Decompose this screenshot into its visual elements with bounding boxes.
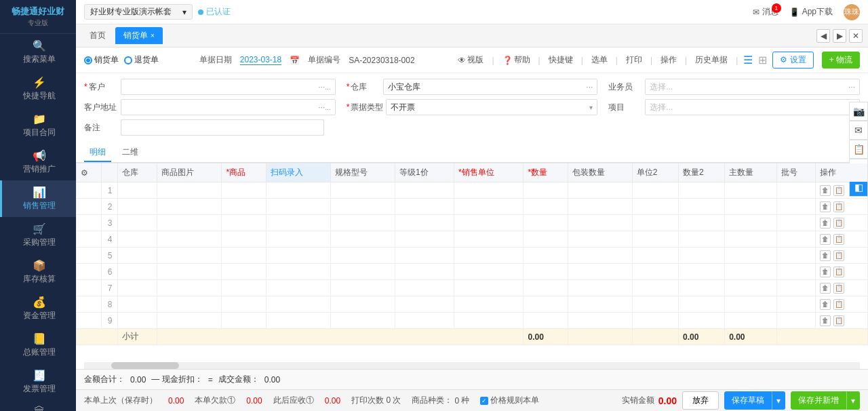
row-delete-btn[interactable]: 🗑 — [820, 185, 831, 196]
row-barcode[interactable] — [266, 313, 330, 329]
row-main-qty[interactable] — [725, 248, 777, 264]
row-delete-btn[interactable]: 🗑 — [820, 234, 831, 245]
row-main-qty[interactable] — [725, 199, 777, 215]
help-btn[interactable]: ❓ 帮助 — [500, 53, 533, 67]
row-pack-qty[interactable] — [568, 231, 632, 248]
row-qty2[interactable] — [678, 199, 724, 215]
row-unit2[interactable] — [632, 248, 678, 264]
row-product-img[interactable] — [157, 264, 222, 280]
row-qty[interactable] — [524, 248, 568, 264]
row-product-img[interactable] — [157, 199, 222, 215]
row-product[interactable] — [222, 199, 266, 215]
row-product[interactable] — [222, 264, 266, 280]
row-warehouse[interactable] — [118, 199, 157, 215]
row-delete-btn[interactable]: 🗑 — [820, 283, 831, 294]
row-main-qty[interactable] — [725, 280, 777, 296]
row-delete-btn[interactable]: 🗑 — [820, 201, 831, 212]
row-main-qty[interactable] — [725, 264, 777, 280]
sidebar-item-5[interactable]: 🛒采购管理 — [0, 217, 76, 254]
warehouse-input[interactable]: 小宝仓库 ··· — [383, 79, 598, 95]
row-qty2[interactable] — [678, 231, 724, 248]
right-tool-1[interactable]: 📷 — [849, 102, 868, 121]
row-spec[interactable] — [330, 199, 395, 215]
sidebar-item-10[interactable]: 🏛税务管理 — [0, 400, 76, 411]
row-unit[interactable] — [454, 296, 524, 313]
row-unit2[interactable] — [632, 199, 678, 215]
tab-erwei[interactable]: 二维 — [117, 144, 144, 162]
row-unit[interactable] — [454, 231, 524, 248]
row-unit2[interactable] — [632, 280, 678, 296]
calendar-icon[interactable]: 📅 — [290, 56, 300, 65]
row-qty[interactable] — [524, 182, 568, 199]
row-pack-qty[interactable] — [568, 296, 632, 313]
row-unit2[interactable] — [632, 215, 678, 231]
row-product-img[interactable] — [157, 231, 222, 248]
address-input[interactable]: ··· — [121, 99, 336, 115]
row-copy-btn[interactable]: 📋 — [833, 299, 844, 310]
row-delete-btn[interactable]: 🗑 — [820, 218, 831, 229]
row-delete-btn[interactable]: 🗑 — [820, 250, 831, 261]
tab-sale-order[interactable]: 销货单 × — [115, 27, 163, 44]
row-barcode[interactable] — [266, 296, 330, 313]
row-unit2[interactable] — [632, 182, 678, 199]
salesperson-input[interactable]: 选择... ··· — [645, 79, 860, 95]
row-warehouse[interactable] — [118, 264, 157, 280]
sidebar-item-9[interactable]: 🧾发票管理 — [0, 364, 76, 400]
row-product[interactable] — [222, 231, 266, 248]
row-pack-qty[interactable] — [568, 182, 632, 199]
row-warehouse[interactable] — [118, 215, 157, 231]
tab-home[interactable]: 首页 — [81, 27, 114, 44]
sidebar-item-2[interactable]: 📁项目合同 — [0, 107, 76, 144]
row-pack-qty[interactable] — [568, 264, 632, 280]
user-avatar[interactable]: 珠珠 — [844, 4, 860, 20]
history-btn[interactable]: 历史单据 — [692, 53, 730, 67]
row-product[interactable] — [222, 280, 266, 296]
row-copy-btn[interactable]: 📋 — [833, 267, 844, 277]
setup-button[interactable]: ⚙ 设置 — [772, 52, 813, 68]
row-warehouse[interactable] — [118, 182, 157, 199]
row-unit[interactable] — [454, 199, 524, 215]
row-spec[interactable] — [330, 313, 395, 329]
row-price1[interactable] — [395, 280, 454, 296]
save-new-arrow-btn[interactable]: ▾ — [846, 391, 860, 410]
row-qty2[interactable] — [678, 215, 724, 231]
row-product-img[interactable] — [157, 248, 222, 264]
row-price1[interactable] — [395, 199, 454, 215]
row-spec[interactable] — [330, 231, 395, 248]
row-main-qty[interactable] — [725, 215, 777, 231]
row-qty[interactable] — [524, 215, 568, 231]
row-copy-btn[interactable]: 📋 — [833, 185, 844, 196]
row-barcode[interactable] — [266, 231, 330, 248]
row-unit2[interactable] — [632, 231, 678, 248]
row-batch[interactable] — [776, 231, 816, 248]
row-price1[interactable] — [395, 313, 454, 329]
row-delete-btn[interactable]: 🗑 — [820, 267, 831, 277]
save-draft-arrow-btn[interactable]: ▾ — [772, 391, 785, 410]
row-barcode[interactable] — [266, 280, 330, 296]
row-main-qty[interactable] — [725, 182, 777, 199]
row-warehouse[interactable] — [118, 280, 157, 296]
row-pack-qty[interactable] — [568, 313, 632, 329]
row-unit[interactable] — [454, 215, 524, 231]
right-tool-2[interactable]: ✉ — [849, 121, 868, 140]
sidebar-item-0[interactable]: 🔍搜索菜单 — [0, 34, 76, 71]
print-btn[interactable]: 打印 — [623, 53, 645, 67]
row-main-qty[interactable] — [725, 231, 777, 248]
discard-button[interactable]: 放弃 — [682, 391, 719, 410]
date-value[interactable]: 2023-03-18 — [240, 55, 281, 65]
row-price1[interactable] — [395, 296, 454, 313]
row-batch[interactable] — [776, 248, 816, 264]
row-batch[interactable] — [776, 215, 816, 231]
tab-next-btn[interactable]: ▶ — [833, 29, 846, 43]
row-qty2[interactable] — [678, 182, 724, 199]
row-warehouse[interactable] — [118, 313, 157, 329]
row-product-img[interactable] — [157, 182, 222, 199]
row-copy-btn[interactable]: 📋 — [833, 234, 844, 245]
row-unit2[interactable] — [632, 264, 678, 280]
row-barcode[interactable] — [266, 182, 330, 199]
row-warehouse[interactable] — [118, 231, 157, 248]
row-qty[interactable] — [524, 199, 568, 215]
grid-view-icon[interactable]: ⊞ — [758, 54, 767, 66]
row-batch[interactable] — [776, 199, 816, 215]
row-qty[interactable] — [524, 264, 568, 280]
